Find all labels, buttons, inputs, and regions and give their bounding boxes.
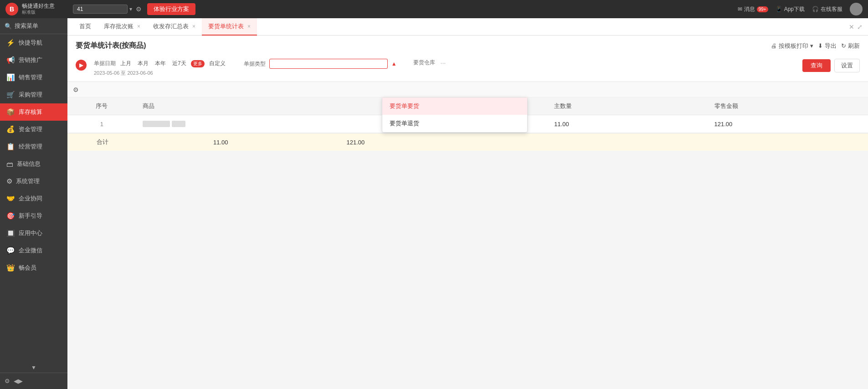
print-dropdown-icon: ▾ <box>810 42 813 49</box>
sidebar-bottom: ⚙ ◀▶ <box>0 373 67 389</box>
type-label: 单据类型 <box>244 60 266 68</box>
page-header: 要货单统计表(按商品) 🖨 按模板打印 ▾ ⬇ 导出 ↻ 刷新 <box>67 36 868 54</box>
sidebar-item-purchase[interactable]: 🛒 采购管理 <box>0 86 67 103</box>
date-last-month-btn[interactable]: 上月 <box>118 59 133 68</box>
header-tab-input[interactable] <box>73 5 128 14</box>
sidebar-item-system[interactable]: ⚙ 系统管理 <box>0 173 67 190</box>
filter-bar: ▶ 单据日期 上月 本月 本年 近7天 更多 自定义 2023-05-06 至 … <box>67 54 868 82</box>
sidebar-item-finance[interactable]: 💰 资金管理 <box>0 121 67 138</box>
logo-subtitle: 标准版 <box>22 9 55 15</box>
sidebar-item-guide[interactable]: 🎯 新手引导 <box>0 207 67 225</box>
inventory-icon: 📦 <box>6 108 15 116</box>
tab-order-stats-label: 要货单统计表 <box>208 22 244 31</box>
member-icon: 👑 <box>6 264 15 272</box>
sidebar-item-quick-nav[interactable]: ⚡ 快捷导航 <box>0 34 67 51</box>
sidebar-item-operations[interactable]: 📋 经营管理 <box>0 138 67 155</box>
query-button[interactable]: 查询 <box>802 59 831 72</box>
tab-bar-right: ✕ ⤢ <box>849 23 863 31</box>
tab-receipt-summary[interactable]: 收发存汇总表 × <box>147 18 202 36</box>
guide-icon: 🎯 <box>6 212 15 220</box>
date-more-badge[interactable]: 更多 <box>191 60 205 67</box>
filter-action-btns: 查询 设置 <box>802 59 860 72</box>
online-service-label: 在线客服 <box>821 5 842 13</box>
sidebar-collapse-btn[interactable]: ◀▶ <box>14 378 23 384</box>
base-icon: 🗃 <box>6 160 13 168</box>
footer-label: 合计 <box>97 138 108 146</box>
tab-receipt-close[interactable]: × <box>192 23 195 30</box>
sidebar-item-apps[interactable]: 🔲 应用中心 <box>0 225 67 242</box>
online-service-item[interactable]: 🎧 在线客服 <box>812 5 842 13</box>
date-this-year-btn[interactable]: 本年 <box>153 59 168 68</box>
type-dropdown-arrow[interactable]: ▲ <box>391 61 397 67</box>
header-dropdown-arrow[interactable]: ▾ <box>129 6 132 12</box>
tab-close-all-icon[interactable]: ✕ <box>849 23 854 31</box>
header-gear-icon[interactable]: ⚙ <box>136 5 142 13</box>
product-name-placeholder <box>143 121 170 127</box>
table-settings-icon[interactable]: ⚙ <box>73 86 79 93</box>
dropdown-item-return[interactable]: 要货单退货 <box>382 115 527 132</box>
tab-bar: 首页 库存批次账 × 收发存汇总表 × 要货单统计表 × ✕ ⤢ <box>67 18 868 36</box>
messages-item[interactable]: ✉ 消息 99+ <box>738 5 768 13</box>
print-label: 按模板打印 <box>779 42 808 50</box>
avatar[interactable] <box>850 3 863 15</box>
trial-button[interactable]: 体验行业方案 <box>147 3 195 15</box>
wechat-icon: 💬 <box>6 246 15 255</box>
sidebar-item-enterprise[interactable]: 🤝 企业协同 <box>0 190 67 207</box>
date-label: 单据日期 <box>94 60 116 67</box>
sidebar-item-inventory[interactable]: 📦 库存核算 <box>0 103 67 121</box>
tab-batch[interactable]: 库存批次账 × <box>98 18 147 36</box>
warehouse-more-btn[interactable]: ··· <box>441 59 446 67</box>
logo-icon: B <box>5 3 18 15</box>
sidebar-item-label: 新手引导 <box>19 212 42 220</box>
sidebar-item-sales[interactable]: 📊 销售管理 <box>0 69 67 86</box>
sidebar-item-wechat[interactable]: 💬 企业微信 <box>0 242 67 259</box>
date-range: 2023-05-06 至 2023-06-06 <box>94 70 153 77</box>
col-quantity: 主数量 <box>548 97 708 115</box>
sidebar-item-marketing[interactable]: 📢 营销推广 <box>0 51 67 69</box>
main-layout: 🔍 搜索菜单 ⚡ 快捷导航 📢 营销推广 📊 销售管理 🛒 采购管理 📦 库存核… <box>0 18 868 389</box>
finance-icon: 💰 <box>6 125 15 133</box>
print-icon: 🖨 <box>771 42 777 49</box>
tab-order-stats-close[interactable]: × <box>247 23 251 30</box>
sidebar-item-member[interactable]: 👑 畅会员 <box>0 259 67 276</box>
sidebar-scroll-down[interactable]: ▼ <box>0 363 67 373</box>
sidebar-item-base[interactable]: 🗃 基础信息 <box>0 155 67 173</box>
refresh-icon: ↻ <box>841 42 846 49</box>
quick-nav-icon: ⚡ <box>6 39 15 47</box>
tab-batch-close[interactable]: × <box>137 23 140 30</box>
warehouse-label: 要货仓库 <box>413 59 435 67</box>
sidebar-search-label: 搜索菜单 <box>15 22 38 30</box>
refresh-btn[interactable]: ↻ 刷新 <box>841 42 860 50</box>
date-7days-btn[interactable]: 近7天 <box>170 59 188 68</box>
col-num: 序号 <box>67 97 136 115</box>
export-label: 导出 <box>825 42 837 50</box>
cell-product <box>136 115 388 133</box>
filter-expand-btn[interactable]: ▶ <box>76 60 87 71</box>
app-download-item[interactable]: 📱 App下载 <box>776 5 805 13</box>
sidebar-item-label: 经营管理 <box>19 143 42 151</box>
footer-quantity: 11.00 <box>213 139 228 146</box>
page-content: 要货单统计表(按商品) 🖨 按模板打印 ▾ ⬇ 导出 ↻ 刷新 <box>67 36 868 389</box>
header-right: ✉ 消息 99+ 📱 App下载 🎧 在线客服 <box>738 3 863 15</box>
sidebar: 🔍 搜索菜单 ⚡ 快捷导航 📢 营销推广 📊 销售管理 🛒 采购管理 📦 库存核… <box>0 18 67 389</box>
date-custom-btn[interactable]: 自定义 <box>207 59 227 68</box>
export-icon: ⬇ <box>818 42 823 49</box>
dropdown-item-delivery[interactable]: 要货单要货 <box>382 97 527 115</box>
print-btn[interactable]: 🖨 按模板打印 ▾ <box>771 42 813 50</box>
system-icon: ⚙ <box>6 177 12 185</box>
export-btn[interactable]: ⬇ 导出 <box>818 42 837 50</box>
tab-maximize-icon[interactable]: ⤢ <box>857 23 863 31</box>
col-amount: 零售金额 <box>708 97 868 115</box>
tab-home[interactable]: 首页 <box>73 18 98 36</box>
sidebar-item-label: 营销推广 <box>19 56 42 64</box>
type-input[interactable] <box>269 59 388 69</box>
settings-button[interactable]: 设置 <box>834 59 860 72</box>
tab-batch-label: 库存批次账 <box>104 22 134 31</box>
sidebar-settings-btn[interactable]: ⚙ <box>5 378 10 384</box>
date-this-month-btn[interactable]: 本月 <box>136 59 150 68</box>
tab-order-stats[interactable]: 要货单统计表 × <box>202 18 257 36</box>
col-product: 商品 <box>136 97 388 115</box>
sales-icon: 📊 <box>6 73 15 82</box>
sidebar-search[interactable]: 🔍 搜索菜单 <box>0 18 67 34</box>
footer-amount: 121.00 <box>347 139 365 146</box>
